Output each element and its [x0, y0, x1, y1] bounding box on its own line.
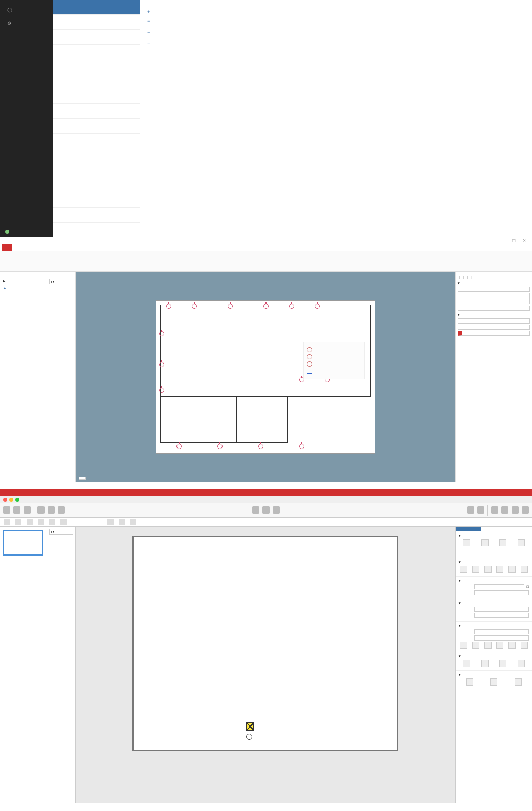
tb-info[interactable] — [512, 506, 519, 514]
outlet-icon[interactable] — [263, 304, 269, 309]
id-field[interactable] — [458, 318, 530, 324]
nav-about[interactable]: ◯ — [0, 3, 53, 16]
outlet-icon[interactable] — [176, 444, 182, 449]
tb-library[interactable] — [58, 506, 65, 514]
tool-text-icon[interactable] — [49, 519, 55, 525]
tool-hand-icon[interactable] — [119, 519, 125, 525]
window-title: — □ × — [0, 237, 532, 244]
outlet-icon[interactable] — [159, 388, 164, 393]
tool-ellipse-icon[interactable] — [38, 519, 44, 525]
cat-security[interactable] — [53, 45, 140, 59]
cat-gym[interactable] — [53, 89, 140, 104]
outlet-icon[interactable] — [258, 444, 263, 449]
tb-chain[interactable] — [262, 506, 270, 514]
order-buttons[interactable] — [459, 539, 529, 546]
cat-seating[interactable] — [53, 193, 140, 208]
section-samples[interactable]: − — [147, 18, 525, 24]
user-badge[interactable] — [5, 230, 9, 234]
cat-cafe[interactable] — [53, 59, 140, 74]
canvas[interactable] — [76, 272, 455, 482]
name-field[interactable] — [458, 287, 530, 292]
cat-site[interactable] — [53, 208, 140, 223]
subid-field[interactable] — [458, 325, 530, 330]
width-field[interactable] — [474, 584, 524, 589]
outlet-icon[interactable] — [217, 444, 223, 449]
tb-snap[interactable] — [467, 506, 474, 514]
tb-present[interactable] — [522, 506, 529, 514]
tb-layers[interactable] — [24, 506, 31, 514]
section-libraries[interactable]: − — [147, 41, 525, 46]
cat-hvac[interactable] — [53, 119, 140, 134]
tool-zoom-icon[interactable] — [107, 519, 114, 525]
nav-preferences[interactable]: ⚙ — [0, 16, 53, 30]
cat-plumbing[interactable] — [53, 148, 140, 163]
group-header: ▾ — [459, 654, 529, 658]
layer-field[interactable] — [458, 331, 530, 336]
tab-shape[interactable] — [25, 244, 35, 251]
section-solution-info[interactable]: + — [147, 9, 525, 14]
cat-plant[interactable] — [53, 30, 140, 45]
make-same-buttons[interactable] — [459, 678, 529, 686]
outlet-icon[interactable] — [228, 304, 233, 309]
page-thumb[interactable] — [3, 530, 43, 556]
group-buttons[interactable] — [459, 660, 529, 667]
info-panel: |||| ▾ ▾ — [455, 272, 532, 482]
x-field[interactable] — [474, 607, 529, 612]
tool-line-icon[interactable] — [15, 519, 21, 525]
tb-redo[interactable] — [48, 506, 55, 514]
cat-school[interactable] — [53, 178, 140, 193]
cat-floor[interactable] — [53, 74, 140, 89]
tab-home[interactable] — [13, 244, 24, 251]
outlet-icon[interactable] — [166, 304, 171, 309]
tool-rect-icon[interactable] — [27, 519, 33, 525]
info-tabs[interactable]: |||| — [458, 276, 530, 279]
tab-file[interactable] — [2, 244, 12, 251]
tb-hypernote[interactable] — [501, 506, 508, 514]
outlet-icon[interactable] — [299, 444, 304, 449]
outlet-icon[interactable] — [315, 304, 320, 309]
outlet-icon[interactable] — [159, 331, 164, 336]
tool-pointer-icon[interactable] — [4, 519, 10, 525]
outlet-icon[interactable] — [192, 304, 197, 309]
pin-field[interactable] — [474, 635, 529, 641]
align-buttons[interactable] — [459, 566, 529, 573]
cat-ceiling[interactable] — [53, 163, 140, 178]
solutions-sub[interactable]: ▸ — [2, 285, 45, 291]
tb-brand[interactable] — [252, 506, 259, 514]
tb-solutions[interactable] — [3, 506, 10, 514]
tb-pages[interactable] — [13, 506, 20, 514]
tb-format[interactable] — [491, 506, 498, 514]
height-field[interactable] — [474, 590, 529, 595]
window-controls[interactable]: — □ × — [500, 238, 529, 243]
prop-tab-arrange[interactable] — [456, 527, 481, 531]
sheet-tab[interactable] — [79, 477, 86, 480]
prop-tab-text[interactable] — [506, 527, 532, 531]
tab-share[interactable] — [58, 244, 69, 251]
outlet-icon[interactable] — [289, 304, 294, 309]
rotate-buttons[interactable] — [459, 642, 529, 649]
cat-landscape[interactable] — [53, 104, 140, 119]
mac-window-controls[interactable] — [3, 498, 19, 502]
y-field[interactable] — [474, 613, 529, 618]
category-list — [53, 0, 140, 237]
cat-electric-telecom[interactable] — [53, 0, 140, 15]
tb-grid[interactable] — [477, 506, 484, 514]
tb-tree[interactable] — [273, 506, 280, 514]
lib-group-selector[interactable]: ◂ ▾ — [49, 529, 73, 535]
outlet-icon[interactable] — [159, 362, 164, 367]
section-templates[interactable]: − — [147, 30, 525, 35]
solutions-root[interactable]: ▸ — [2, 276, 45, 285]
canvas-mac[interactable] — [76, 527, 455, 803]
cat-fire[interactable] — [53, 15, 140, 30]
tb-undo[interactable] — [37, 506, 45, 514]
tool-pen-icon[interactable] — [60, 519, 66, 525]
angle-field[interactable] — [474, 629, 529, 634]
tab-document[interactable] — [36, 244, 46, 251]
library-group-selector[interactable]: ◂ ▾ — [49, 279, 73, 284]
prop-tab-format[interactable] — [481, 527, 507, 531]
desc-field[interactable] — [458, 293, 530, 304]
cat-office[interactable] — [53, 134, 140, 148]
keywords-field[interactable] — [458, 306, 530, 311]
tab-view[interactable] — [47, 244, 57, 251]
tool-fit-icon[interactable] — [130, 519, 136, 525]
